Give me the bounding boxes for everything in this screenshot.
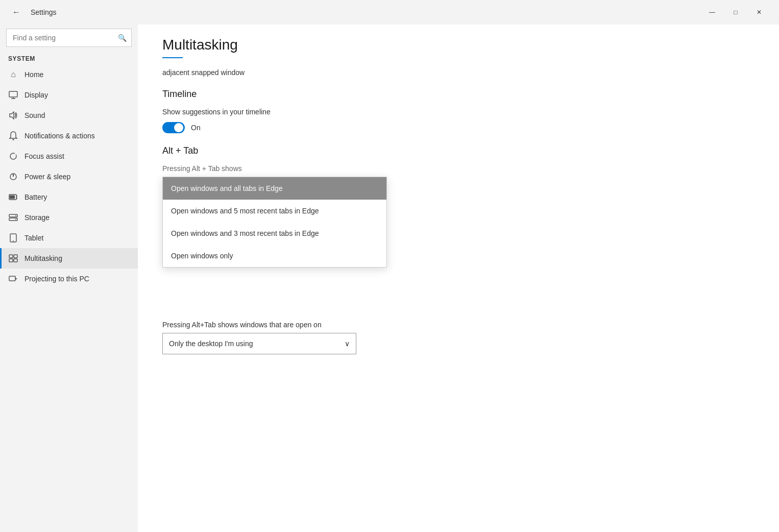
adjacent-snapped-text: adjacent snapped window [162, 68, 754, 77]
timeline-toggle[interactable] [162, 122, 185, 133]
svg-point-15 [15, 219, 16, 220]
sidebar-label-home: Home [25, 70, 130, 79]
sidebar-label-tablet: Tablet [25, 234, 130, 242]
home-icon: ⌂ [8, 69, 18, 80]
sidebar-label-storage: Storage [25, 213, 130, 222]
sidebar-item-tablet[interactable]: Tablet [0, 228, 138, 248]
sidebar-label-battery: Battery [25, 193, 130, 201]
projecting-icon [8, 274, 18, 284]
dropdown-option-5-tabs[interactable]: Open windows and 5 most recent tabs in E… [163, 200, 386, 222]
timeline-heading: Timeline [162, 89, 754, 100]
svg-rect-21 [14, 259, 17, 262]
maximize-button[interactable]: □ [724, 4, 747, 20]
tablet-icon [8, 233, 18, 243]
sidebar-label-display: Display [25, 91, 130, 99]
svg-rect-0 [9, 91, 17, 97]
sidebar-item-storage[interactable]: Storage [0, 207, 138, 228]
sidebar-label-focus: Focus assist [25, 152, 130, 160]
titlebar: ← Settings — □ ✕ [0, 0, 779, 25]
svg-rect-18 [9, 255, 13, 258]
sidebar-item-projecting[interactable]: Projecting to this PC [0, 269, 138, 289]
app-body: 🔍 System ⌂ Home Display Sound Notificati… [0, 25, 779, 532]
page-title: Multitasking [162, 37, 754, 53]
svg-marker-3 [10, 112, 14, 119]
sidebar-item-sound[interactable]: Sound [0, 105, 138, 126]
search-input[interactable] [6, 29, 132, 47]
title-underline [162, 57, 183, 58]
power-icon [8, 172, 18, 182]
svg-rect-20 [9, 259, 13, 262]
content-area: Multitasking adjacent snapped window Tim… [138, 25, 779, 532]
sidebar-item-battery[interactable]: Battery [0, 187, 138, 207]
sidebar-item-power[interactable]: Power & sleep [0, 166, 138, 187]
sidebar-label-multitasking: Multitasking [25, 254, 130, 262]
sidebar: 🔍 System ⌂ Home Display Sound Notificati… [0, 25, 138, 532]
sidebar-item-home[interactable]: ⌂ Home [0, 64, 138, 85]
focus-icon [8, 151, 18, 161]
svg-rect-22 [9, 276, 15, 281]
pressing-label: Pressing Alt + Tab shows [162, 164, 754, 173]
app-title: Settings [31, 8, 700, 16]
sidebar-item-multitasking[interactable]: Multitasking [0, 248, 138, 269]
svg-point-14 [15, 215, 16, 216]
sidebar-label-power: Power & sleep [25, 173, 130, 181]
alt-tab-section: Alt + Tab Pressing Alt + Tab shows Open … [162, 146, 754, 354]
sidebar-label-sound: Sound [25, 111, 130, 119]
sidebar-item-focus[interactable]: Focus assist [0, 146, 138, 166]
dropdown-option-windows-only[interactable]: Open windows only [163, 245, 386, 267]
dropdown-option-all-tabs[interactable]: Open windows and all tabs in Edge [163, 177, 386, 200]
sidebar-section-label: System [0, 53, 138, 64]
pressing2-label: Pressing Alt+Tab shows windows that are … [162, 321, 754, 329]
toggle-state-label: On [191, 124, 201, 132]
svg-marker-23 [15, 278, 17, 280]
toggle-knob [174, 123, 183, 132]
storage-icon [8, 212, 18, 223]
alt-tab-dropdown-menu[interactable]: Open windows and all tabs in Edge Open w… [162, 177, 387, 268]
dropdown-option-3-tabs[interactable]: Open windows and 3 most recent tabs in E… [163, 222, 386, 245]
chevron-down-icon: ∨ [345, 340, 350, 348]
search-container: 🔍 [6, 29, 132, 47]
timeline-suggestion-label: Show suggestions in your timeline [162, 108, 754, 116]
notifications-icon [8, 131, 18, 141]
sidebar-item-notifications[interactable]: Notifications & actions [0, 126, 138, 146]
multitasking-icon [8, 253, 18, 263]
timeline-toggle-row: On [162, 122, 754, 133]
sidebar-item-display[interactable]: Display [0, 85, 138, 105]
svg-point-17 [13, 240, 14, 241]
sidebar-label-notifications: Notifications & actions [25, 132, 130, 140]
back-button[interactable]: ← [8, 4, 25, 20]
svg-rect-9 [10, 196, 15, 199]
desktop-dropdown[interactable]: Only the desktop I'm using ∨ [162, 333, 356, 354]
display-icon [8, 90, 18, 100]
desktop-dropdown-value: Only the desktop I'm using [169, 340, 253, 348]
window-controls: — □ ✕ [700, 4, 771, 20]
minimize-button[interactable]: — [700, 4, 724, 20]
alt-tab-heading: Alt + Tab [162, 146, 754, 156]
battery-icon [8, 192, 18, 202]
sidebar-label-projecting: Projecting to this PC [25, 275, 130, 283]
search-icon: 🔍 [118, 34, 127, 42]
sound-icon [8, 110, 18, 120]
close-button[interactable]: ✕ [747, 4, 771, 20]
svg-rect-19 [14, 255, 17, 258]
